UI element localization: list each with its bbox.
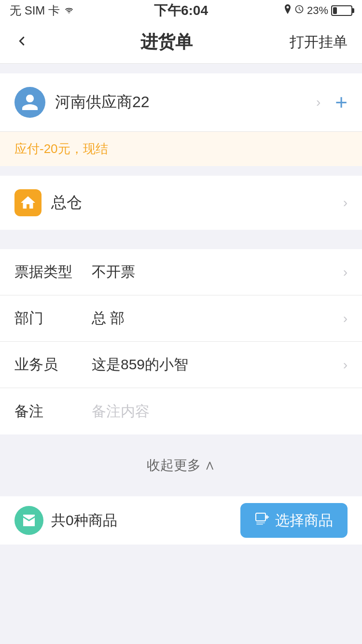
remark-label: 备注 — [14, 402, 82, 421]
product-count: 共0种商品 — [51, 511, 117, 531]
page-title: 进货单 — [140, 30, 193, 54]
supplier-row[interactable]: 河南供应商22 › + — [0, 73, 362, 132]
department-arrow-icon: › — [343, 311, 348, 326]
wifi-icon — [64, 4, 74, 17]
svg-point-0 — [69, 13, 70, 14]
department-label: 部门 — [14, 308, 82, 328]
status-left: 无 SIM 卡 — [10, 3, 74, 18]
department-value: 总 部 — [82, 308, 343, 328]
location-icon — [284, 4, 292, 17]
warehouse-row[interactable]: 总仓 › — [0, 176, 362, 230]
collapse-label: 收起更多 ∧ — [147, 456, 216, 475]
product-icon — [14, 506, 43, 535]
remark-row[interactable]: 备注 备注内容 — [0, 388, 362, 434]
warehouse-section: 总仓 › — [0, 176, 362, 230]
page-remainder — [0, 545, 362, 644]
select-product-label: 选择商品 — [275, 511, 333, 531]
invoice-type-label: 票据类型 — [14, 262, 82, 282]
back-button[interactable] — [14, 32, 43, 53]
supplier-name: 河南供应商22 — [55, 92, 316, 113]
battery-percent: 23% — [307, 4, 328, 17]
supplier-section: 河南供应商22 › + 应付-20元，现结 — [0, 73, 362, 166]
section-gap-3 — [0, 239, 362, 249]
form-section: 票据类型 不开票 › 部门 总 部 › 业务员 这是859的小智 › 备注 备注… — [0, 239, 362, 434]
status-right: 23% — [284, 4, 352, 17]
carrier-text: 无 SIM 卡 — [10, 3, 60, 18]
alarm-icon — [294, 4, 304, 17]
battery-icon — [331, 5, 352, 16]
svg-rect-1 — [256, 513, 265, 521]
warehouse-icon — [14, 189, 42, 216]
add-supplier-button[interactable]: + — [335, 90, 348, 114]
supplier-arrow-icon: › — [316, 95, 320, 110]
open-pending-button[interactable]: 打开挂单 — [290, 32, 348, 52]
invoice-type-value: 不开票 — [82, 262, 343, 282]
warehouse-name: 总仓 — [51, 192, 343, 213]
remark-input[interactable]: 备注内容 — [82, 402, 348, 421]
salesman-value: 这是859的小智 — [82, 355, 343, 375]
salesman-label: 业务员 — [14, 355, 82, 375]
collapse-row[interactable]: 收起更多 ∧ — [0, 444, 362, 487]
nav-bar: 进货单 打开挂单 — [0, 21, 362, 64]
section-gap-2 — [0, 166, 362, 176]
status-bar: 无 SIM 卡 下午6:04 23% — [0, 0, 362, 21]
invoice-type-arrow-icon: › — [343, 265, 348, 280]
warehouse-arrow-icon: › — [343, 195, 348, 210]
section-gap-1 — [0, 64, 362, 73]
salesman-row[interactable]: 业务员 这是859的小智 › — [0, 342, 362, 388]
supplier-notice: 应付-20元，现结 — [0, 132, 362, 166]
select-product-icon — [255, 512, 270, 529]
supplier-avatar — [14, 87, 45, 118]
status-time: 下午6:04 — [154, 1, 208, 20]
department-row[interactable]: 部门 总 部 › — [0, 295, 362, 342]
product-info: 共0种商品 — [14, 506, 231, 535]
bottom-bar: 共0种商品 选择商品 — [0, 496, 362, 545]
salesman-arrow-icon: › — [343, 357, 348, 373]
invoice-type-row[interactable]: 票据类型 不开票 › — [0, 249, 362, 295]
select-product-button[interactable]: 选择商品 — [240, 503, 348, 538]
